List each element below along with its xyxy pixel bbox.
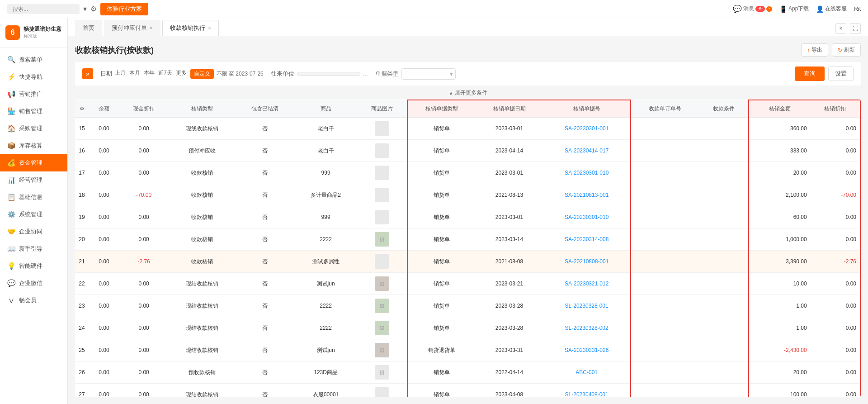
filter-unit-input[interactable] bbox=[297, 72, 360, 76]
cell-num: 18 bbox=[75, 184, 89, 206]
cell-bill-no[interactable]: SA-20210813-001 bbox=[543, 184, 631, 206]
sidebar-item-wechat[interactable]: 💬 企业微信 bbox=[0, 275, 67, 292]
cell-bill-no[interactable]: SA-20230301-010 bbox=[543, 206, 631, 228]
filter-toggle-button[interactable]: » bbox=[82, 68, 93, 79]
online-service-item[interactable]: 👤 在线客服 bbox=[816, 5, 847, 13]
cell-bill-no[interactable]: SA-20230301-001 bbox=[543, 118, 631, 140]
cell-receipt-condition bbox=[699, 206, 749, 228]
user-name[interactable]: Rit bbox=[854, 6, 861, 12]
logo-sub: 标准版 bbox=[24, 33, 61, 39]
sidebar-item-system[interactable]: ⚙️ 系统管理 bbox=[0, 206, 67, 223]
sidebar-item-coop[interactable]: 🤝 企业协同 bbox=[0, 223, 67, 240]
sidebar-item-hardware[interactable]: 💡 智能硬件 bbox=[0, 257, 67, 275]
cell-bill-no[interactable]: ABC-001 bbox=[543, 361, 631, 384]
close-tab-button[interactable]: × bbox=[835, 23, 846, 34]
sidebar-item-search[interactable]: 🔍 搜索菜单 bbox=[0, 51, 67, 68]
cell-bill-no[interactable]: SL-20230408-001 bbox=[543, 384, 631, 397]
marketing-icon: 📢 bbox=[7, 90, 15, 98]
sidebar-item-basic[interactable]: 📋 基础信息 bbox=[0, 189, 67, 206]
filter-bar: » 日期 上月 本月 本年 近7天 更多 自定义 不限 至 2023-07-26 bbox=[75, 62, 861, 86]
cell-receipt-condition bbox=[699, 339, 749, 361]
wechat-icon: 💬 bbox=[7, 279, 15, 287]
cell-product: 999 bbox=[294, 162, 357, 184]
cell-bill-type: 销货单 bbox=[407, 118, 476, 140]
cell-bill-no[interactable]: SA-20230331-026 bbox=[543, 339, 631, 361]
sidebar-item-quick[interactable]: ⚡ 快捷导航 bbox=[0, 68, 67, 86]
filter-more[interactable]: 更多 bbox=[176, 69, 187, 79]
cell-write-off-type: 现结收款核销 bbox=[168, 317, 236, 339]
sidebar-logo: 6 畅捷通谱好生意 标准版 bbox=[0, 22, 67, 48]
cell-bill-date: 2023-04-14 bbox=[476, 140, 543, 162]
cell-balance: 0.00 bbox=[89, 140, 119, 162]
expand-conditions-button[interactable]: ∨ 展开更多条件 bbox=[449, 89, 487, 97]
query-button[interactable]: 查询 bbox=[795, 67, 825, 81]
filter-type-select[interactable] bbox=[401, 68, 456, 80]
filter-unit-dots[interactable]: ... bbox=[363, 71, 368, 77]
sidebar-item-vip[interactable]: V 畅会员 bbox=[0, 292, 67, 309]
cell-bill-no[interactable]: SL-20230328-001 bbox=[543, 295, 631, 317]
th-included-settled: 包含已结清 bbox=[236, 100, 294, 118]
filter-custom[interactable]: 自定义 bbox=[190, 69, 214, 79]
cell-bill-no[interactable]: SA-20230301-010 bbox=[543, 162, 631, 184]
tab-prepay[interactable]: 预付冲应付单 × bbox=[104, 20, 160, 36]
filter-7-days[interactable]: 近7天 bbox=[158, 69, 172, 79]
cell-bill-no[interactable]: SL-20230328-002 bbox=[543, 317, 631, 339]
maximize-button[interactable]: ⛶ bbox=[850, 23, 861, 34]
message-item[interactable]: 💬 消息 99 + bbox=[733, 5, 772, 13]
filter-this-year[interactable]: 本年 bbox=[144, 69, 155, 79]
cell-bill-date: 2023-03-28 bbox=[476, 295, 543, 317]
cell-bill-no[interactable]: SA-20230414-017 bbox=[543, 140, 631, 162]
tab-receipt[interactable]: 收款核销执行 × bbox=[162, 20, 219, 36]
cell-receipt-condition bbox=[699, 228, 749, 251]
cell-bill-date: 2023-03-14 bbox=[476, 228, 543, 251]
cell-included-settled: 否 bbox=[236, 384, 294, 397]
cell-bill-no[interactable]: SA-20230321-012 bbox=[543, 273, 631, 295]
th-cash-discount: 现金折扣 bbox=[119, 100, 169, 118]
top-bar: ▾ ⚙ 体验行业方案 💬 消息 99 + 📱 App下载 👤 在线客服 Rit bbox=[0, 0, 868, 18]
cell-receipt-order-no bbox=[631, 162, 699, 184]
cell-cash-discount: 0.00 bbox=[119, 162, 169, 184]
cell-bill-type: 销货单 bbox=[407, 228, 476, 251]
cell-bill-no[interactable]: SA-20230314-008 bbox=[543, 228, 631, 251]
cell-write-off-amount: 333.00 bbox=[749, 140, 810, 162]
search-input[interactable] bbox=[7, 4, 80, 14]
cell-bill-no[interactable]: SA-20210808-001 bbox=[543, 251, 631, 273]
sidebar-item-guide[interactable]: 📖 新手引导 bbox=[0, 240, 67, 257]
chevron-down-icon[interactable]: ▾ bbox=[83, 5, 87, 13]
app-download-item[interactable]: 📱 App下载 bbox=[779, 5, 809, 13]
industry-solution-button[interactable]: 体验行业方案 bbox=[100, 3, 148, 15]
export-button[interactable]: ↑ 导出 bbox=[801, 43, 828, 57]
cell-balance: 0.00 bbox=[89, 317, 119, 339]
sidebar-item-purchase[interactable]: 🏠 采购管理 bbox=[0, 120, 67, 137]
sidebar-item-sales[interactable]: 🏪 销售管理 bbox=[0, 103, 67, 120]
filter-type: 单据类型 ▾ bbox=[375, 68, 456, 80]
gear-icon[interactable]: ⚙ bbox=[90, 5, 97, 13]
cell-product-img: 🖼 bbox=[358, 361, 407, 384]
message-plus-badge: + bbox=[766, 6, 772, 12]
sidebar-item-operations[interactable]: 📊 经营管理 bbox=[0, 171, 67, 189]
cell-bill-date: 2021-08-13 bbox=[476, 184, 543, 206]
tab-prepay-close-icon[interactable]: × bbox=[150, 25, 153, 31]
tab-home[interactable]: 首页 bbox=[75, 20, 102, 36]
cell-bill-date: 2023-03-01 bbox=[476, 118, 543, 140]
cell-included-settled: 否 bbox=[236, 228, 294, 251]
table-header-row: ⚙ 余额 现金折扣 核销类型 包含已结清 商品 商品图片 核销单据类型 核销单据… bbox=[75, 100, 860, 118]
filter-this-month[interactable]: 本月 bbox=[129, 69, 140, 79]
table-container[interactable]: ⚙ 余额 现金折扣 核销类型 包含已结清 商品 商品图片 核销单据类型 核销单据… bbox=[75, 100, 861, 397]
th-settings[interactable]: ⚙ bbox=[75, 100, 89, 118]
sidebar-item-marketing[interactable]: 📢 营销推广 bbox=[0, 86, 67, 103]
cell-product: 测试jun bbox=[294, 339, 357, 361]
filter-date-range: 不限 至 2023-07-26 bbox=[217, 71, 264, 77]
sidebar-item-finance[interactable]: 💰 资金管理 bbox=[0, 154, 67, 171]
top-bar-left: ▾ ⚙ 体验行业方案 bbox=[7, 3, 727, 15]
cell-bill-date: 2022-04-14 bbox=[476, 361, 543, 384]
refresh-button[interactable]: ↻ 刷新 bbox=[832, 43, 861, 57]
cell-bill-type: 销货退货单 bbox=[407, 339, 476, 361]
tab-receipt-close-icon[interactable]: × bbox=[208, 25, 211, 31]
setting-button[interactable]: 设置 bbox=[828, 67, 854, 81]
cell-bill-date: 2023-04-08 bbox=[476, 384, 543, 397]
filter-last-month[interactable]: 上月 bbox=[115, 69, 126, 79]
sidebar: 6 畅捷通谱好生意 标准版 🔍 搜索菜单 ⚡ 快捷导航 📢 营销推广 🏪 销售管… bbox=[0, 18, 68, 404]
sidebar-item-inventory[interactable]: 📦 库存核算 bbox=[0, 137, 67, 154]
cell-write-off-amount: 1.00 bbox=[749, 295, 810, 317]
